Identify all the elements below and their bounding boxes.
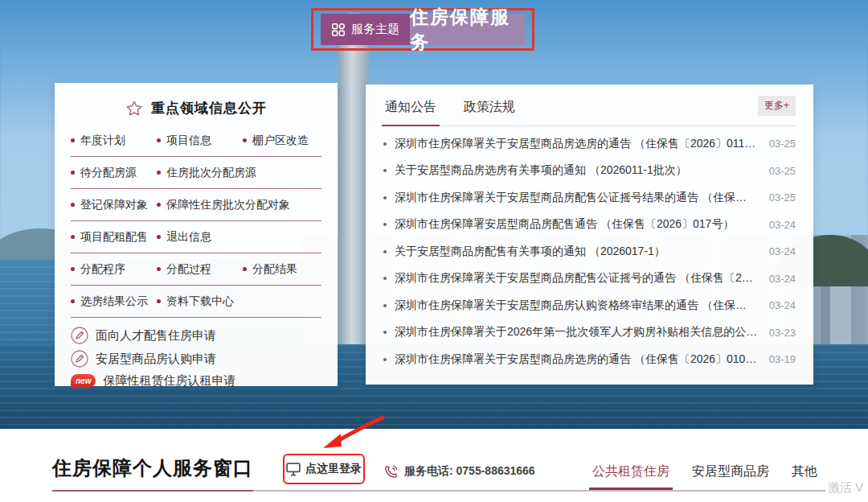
housing-type-tab[interactable]: 安居型商品房 — [692, 463, 769, 480]
info-link[interactable]: 待分配房源 — [71, 166, 157, 180]
bullet-dot — [383, 196, 387, 200]
housing-type-tab-label: 公共租赁住房 — [592, 464, 669, 478]
housing-type-tab-label: 其他 — [792, 464, 817, 478]
housing-type-tab[interactable]: 公共租赁住房 — [592, 463, 669, 480]
info-link-row: 分配程序分配过程分配结果 — [71, 253, 321, 286]
notice-item[interactable]: 深圳市住房保障署关于安居型商品房配售公证摇号的通告 （住保售〔2026〕006号… — [383, 265, 796, 293]
bullet-dot — [157, 171, 161, 175]
notices-tab[interactable]: 通知公告 — [383, 94, 438, 126]
info-link[interactable]: 资料下载中心 — [157, 294, 243, 309]
info-link[interactable]: 项目配租配售 — [71, 230, 157, 245]
bullet-dot — [383, 304, 387, 307]
bullet-dot — [157, 138, 161, 142]
notices-header: 通知公告 政策法规 更多+ — [383, 94, 796, 126]
apply-link[interactable]: 安居型商品房认购申请 — [71, 350, 321, 368]
notices-panel: 通知公告 政策法规 更多+ 深圳市住房保障署关于安居型商品房选房的通告 （住保售… — [366, 84, 813, 385]
service-phone: 服务电话: 0755-88631666 — [384, 464, 535, 479]
bullet-dot — [383, 250, 387, 253]
notice-title: 深圳市住房保障署关于安居型商品房选房的通告 （住保售〔2026〕011号批次） — [395, 137, 769, 151]
notice-date: 03-24 — [769, 219, 796, 231]
notice-item[interactable]: 深圳市住房保障署安居型商品房配售通告 （住保售〔2026〕017号） 03-24 — [383, 212, 796, 239]
housing-type-tabs: 公共租赁住房 安居型商品房 其他 — [592, 463, 817, 480]
notice-title: 关于安居型商品房配售有关事项的通知 （2026017-1） — [395, 245, 769, 259]
info-link[interactable]: 保障性住房批次分配对象 — [157, 198, 293, 212]
info-link[interactable]: 项目信息 — [157, 134, 243, 148]
notice-item[interactable]: 关于安居型商品房配售有关事项的通知 （2026017-1） 03-24 — [383, 238, 796, 265]
notice-item[interactable]: 深圳市住房保障署关于安居型商品房选房的通告 （住保售〔2026〕011号批次） … — [383, 130, 796, 158]
apply-link[interactable]: new 保障性租赁住房认租申请 — [71, 373, 321, 389]
bullet-dot — [71, 267, 75, 271]
notice-title: 深圳市住房保障署关于安居型商品房选房的通告 （住保售〔2026〕010号批次） — [395, 352, 769, 367]
notice-item[interactable]: 关于安居型商品房选房有关事项的通知 （2026011-1批次） 03-25 — [383, 158, 796, 185]
info-link[interactable]: 住房批次分配房源 — [157, 166, 260, 180]
personal-service-bar: 住房保障个人服务窗口 点这里登录 服务电话: 0755-88631666 公共租… — [0, 429, 868, 502]
bullet-dot — [383, 142, 387, 146]
notice-title: 深圳市住房保障署安居型商品房配售通告 （住保售〔2026〕017号） — [395, 217, 769, 232]
more-button[interactable]: 更多+ — [758, 96, 796, 116]
notice-item[interactable]: 深圳市住房保障署关于2026年第一批次领军人才购房补贴相关信息的公示 （住保公〔… — [383, 319, 796, 347]
bullet-dot — [157, 267, 161, 271]
info-link-label: 选房结果公示 — [80, 294, 148, 309]
info-link-label: 待分配房源 — [80, 166, 137, 180]
panel-title-row: 重点领域信息公开 — [71, 93, 321, 125]
login-button[interactable]: 点这里登录 — [283, 454, 365, 484]
form-circle-icon — [71, 327, 88, 344]
notice-date: 03-23 — [769, 327, 796, 339]
activation-watermark: 激活 V — [828, 480, 863, 496]
bullet-dot — [71, 235, 75, 239]
notice-title: 深圳市住房保障署关于安居型商品房配售公证摇号的通告 （住保售〔2026〕006号… — [395, 271, 769, 286]
notice-date: 03-25 — [769, 138, 796, 150]
apply-link-label: 保障性租赁住房认租申请 — [103, 373, 235, 389]
page-title: 住房保障服务 — [410, 5, 525, 55]
notice-date: 03-19 — [769, 353, 796, 365]
notices-tab-label: 政策法规 — [464, 100, 515, 113]
info-link-row: 选房结果公示资料下载中心 — [71, 286, 321, 318]
info-link[interactable]: 棚户区改造 — [243, 134, 329, 148]
info-link-row: 年度计划项目信息棚户区改造 — [71, 125, 321, 157]
page: 服务主题 住房保障服务 重点领域信息公开 年度计划项目信息棚户区改造 待分配房源… — [0, 0, 868, 502]
housing-type-tab[interactable]: 其他 — [792, 463, 817, 480]
star-icon — [125, 100, 143, 117]
notice-item[interactable]: 深圳市住房保障署关于安居型商品房配售公证摇号结果的通告 （住保售〔2026〕00… — [383, 184, 796, 212]
info-link-label: 资料下载中心 — [166, 294, 234, 309]
notice-date: 03-24 — [769, 299, 796, 311]
notice-title: 深圳市住房保障署关于2026年第一批次领军人才购房补贴相关信息的公示 （住保公〔… — [395, 325, 769, 339]
notice-date: 03-24 — [769, 245, 796, 257]
info-link[interactable]: 分配过程 — [157, 262, 243, 277]
service-topic-label: 服务主题 — [351, 22, 399, 37]
bullet-dot — [71, 203, 75, 207]
grid-icon — [331, 23, 346, 37]
notices-tab[interactable]: 政策法规 — [462, 94, 517, 126]
info-link[interactable]: 退出信息 — [157, 230, 243, 245]
housing-type-tab-label: 安居型商品房 — [692, 464, 769, 478]
form-circle-icon — [71, 350, 88, 368]
info-link-row: 项目配租配售退出信息 — [71, 221, 321, 253]
notice-list: 深圳市住房保障署关于安居型商品房选房的通告 （住保售〔2026〕011号批次） … — [383, 126, 796, 373]
info-link[interactable]: 登记保障对象 — [71, 198, 157, 212]
notice-title: 关于安居型商品房选房有关事项的通知 （2026011-1批次） — [395, 163, 769, 178]
info-link-label: 分配结果 — [252, 262, 297, 277]
login-button-label: 点这里登录 — [305, 462, 362, 476]
info-link-row: 待分配房源住房批次分配房源 — [71, 157, 321, 189]
info-link[interactable]: 分配程序 — [71, 262, 157, 277]
apply-link[interactable]: 面向人才配售住房申请 — [71, 327, 321, 344]
notices-tabs: 通知公告 政策法规 — [383, 94, 541, 126]
info-disclosure-panel: 重点领域信息公开 年度计划项目信息棚户区改造 待分配房源住房批次分配房源 登记保… — [55, 83, 338, 386]
apply-links: 面向人才配售住房申请 安居型商品房认购申请 — [71, 318, 321, 389]
info-link-label: 年度计划 — [80, 134, 125, 148]
info-link[interactable]: 年度计划 — [71, 134, 157, 148]
service-topic-chip: 服务主题 — [321, 14, 410, 45]
bullet-dot — [383, 358, 387, 361]
info-link-label: 保障性住房批次分配对象 — [166, 198, 290, 212]
bullet-dot — [383, 331, 387, 334]
info-link-label: 退出信息 — [166, 230, 211, 245]
badge-title-area: 住房保障服务 — [410, 14, 525, 45]
notice-item[interactable]: 深圳市住房保障署关于安居型商品房认购资格终审结果的通告 （住保售〔2026〕00… — [383, 292, 796, 319]
info-link[interactable]: 选房结果公示 — [71, 294, 157, 309]
info-link[interactable]: 分配结果 — [243, 262, 329, 277]
notice-item[interactable]: 深圳市住房保障署关于安居型商品房选房的通告 （住保售〔2026〕010号批次） … — [383, 346, 796, 373]
service-phone-label: 服务电话: 0755-88631666 — [404, 464, 535, 479]
info-link-label: 分配过程 — [166, 262, 211, 277]
info-link-label: 项目信息 — [166, 134, 211, 148]
service-topic-badge-frame: 服务主题 住房保障服务 — [311, 8, 534, 51]
